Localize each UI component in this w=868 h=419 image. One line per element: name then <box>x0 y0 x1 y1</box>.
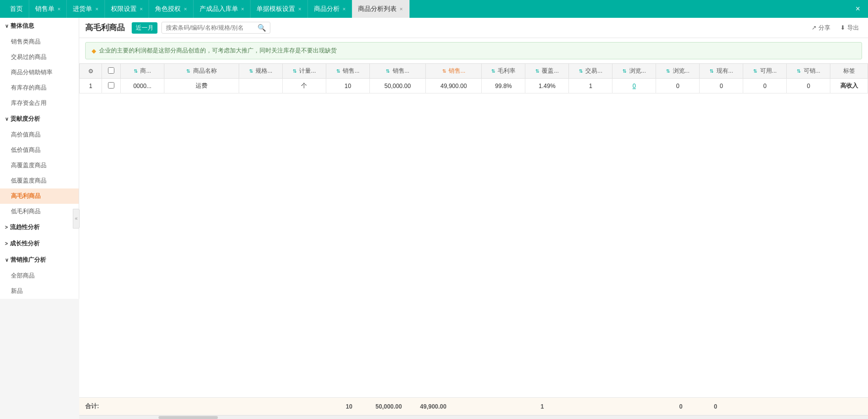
sidebar-wrapper: ∨ 整体信息 销售类商品 交易过的商品 商品分销助销率 有库存的商品 库存资金占… <box>0 18 79 419</box>
nav-roles[interactable]: 角色授权 × <box>149 0 193 18</box>
col-stock-current[interactable]: ⇅ 现有... <box>700 64 743 79</box>
sidebar-item-sales-goods[interactable]: 销售类商品 <box>0 34 79 49</box>
arrow-contribution: ∨ <box>5 116 8 122</box>
col-name[interactable]: ⇅ 商品名称 <box>164 64 239 79</box>
cell-view1[interactable]: 0 <box>613 79 656 93</box>
cell-tag: 高收入 <box>830 79 868 93</box>
sidebar-item-new-goods[interactable]: 新品 <box>0 283 79 299</box>
search-box: 🔍 <box>161 22 270 34</box>
sidebar-section-overall[interactable]: ∨ 整体信息 <box>0 18 79 34</box>
sort-icon-unit: ⇅ <box>293 68 297 74</box>
nav-purchase-order[interactable]: 进货单 × <box>67 0 104 18</box>
tip-text: 企业的主要的利润都是这部分商品创造的，可考虑加大推广，同时关注库存是不要出现缺货 <box>99 47 337 55</box>
nav-template-settings[interactable]: 单据模板设置 × <box>251 0 307 18</box>
sidebar-item-high-value[interactable]: 高价值商品 <box>0 127 79 142</box>
share-button[interactable]: ↗ 分享 <box>809 22 833 34</box>
sidebar-item-all-goods[interactable]: 全部商品 <box>0 268 79 283</box>
cell-sales-qty: 10 <box>326 79 369 93</box>
select-all-checkbox[interactable] <box>108 67 114 74</box>
time-filter-button[interactable]: 近一月 <box>132 22 157 34</box>
sidebar-section-trend[interactable]: > 流趋性分析 <box>0 219 79 235</box>
col-sales-amount[interactable]: ⇅ 销售... <box>369 64 425 79</box>
cell-checkbox[interactable] <box>102 79 121 93</box>
sidebar-item-low-coverage[interactable]: 低覆盖度商品 <box>0 173 79 188</box>
footer-transaction: 1 <box>525 403 560 410</box>
col-code[interactable]: ⇅ 商... <box>120 64 164 79</box>
close-purchase-order[interactable]: × <box>95 6 98 12</box>
nav-sales-order[interactable]: 销售单 × <box>29 0 67 18</box>
cell-name: 运费 <box>164 79 239 93</box>
sidebar-item-stock-capital[interactable]: 库存资金占用 <box>0 95 79 111</box>
col-view2[interactable]: ⇅ 浏览... <box>656 64 700 79</box>
export-button[interactable]: ⬇ 导出 <box>837 22 862 34</box>
content-header: 高毛利商品 近一月 🔍 ↗ 分享 ⬇ 导出 <box>79 18 868 38</box>
page-title: 高毛利商品 <box>85 23 125 33</box>
footer-sales-qty: 10 <box>332 403 366 410</box>
close-finished-goods[interactable]: × <box>241 6 244 12</box>
cell-spec <box>239 79 282 93</box>
horizontal-scrollbar[interactable] <box>79 415 868 419</box>
cell-stock-saleable: 0 <box>787 79 830 93</box>
sidebar-item-high-coverage[interactable]: 高覆盖度商品 <box>0 158 79 173</box>
sidebar-item-distribution-rate[interactable]: 商品分销助销率 <box>0 65 79 80</box>
nav-goods-analysis-list[interactable]: 商品分析列表 × <box>352 0 409 18</box>
content-area: 高毛利商品 近一月 🔍 ↗ 分享 ⬇ 导出 ◆ 企业的主要的利润都是这部分商品创… <box>79 18 868 419</box>
search-input[interactable] <box>166 24 257 31</box>
nav-permissions[interactable]: 权限设置 × <box>105 0 149 18</box>
search-icon[interactable]: 🔍 <box>257 24 266 32</box>
sidebar-item-low-value[interactable]: 低价值商品 <box>0 142 79 158</box>
close-all-tabs[interactable]: × <box>852 4 864 13</box>
col-stock-available[interactable]: ⇅ 可用... <box>743 64 787 79</box>
col-view1[interactable]: ⇅ 浏览... <box>613 64 656 79</box>
nav-finished-goods[interactable]: 产成品入库单 × <box>194 0 251 18</box>
col-sales-qty[interactable]: ⇅ 销售... <box>326 64 369 79</box>
close-goods-analysis[interactable]: × <box>343 6 346 12</box>
col-sales-profit[interactable]: ⇅ 销售... <box>426 64 482 79</box>
close-permissions[interactable]: × <box>140 6 143 12</box>
col-settings[interactable]: ⚙ <box>80 64 102 79</box>
cell-view2: 0 <box>656 79 700 93</box>
sidebar-section-growth[interactable]: > 成长性分析 <box>0 235 79 252</box>
close-sales-order[interactable]: × <box>57 6 60 12</box>
scroll-thumb[interactable] <box>158 416 218 419</box>
col-gross-margin[interactable]: ⇅ 毛利率 <box>482 64 525 79</box>
sidebar-item-high-margin[interactable]: 高毛利商品 <box>0 188 79 204</box>
col-spec[interactable]: ⇅ 规格... <box>239 64 282 79</box>
sort-icon-sales-amount: ⇅ <box>386 68 390 74</box>
col-tag: 标签 <box>830 64 868 79</box>
sidebar-section-marketing[interactable]: ∨ 营销推广分析 <box>0 252 79 268</box>
col-coverage[interactable]: ⇅ 覆盖... <box>525 64 569 79</box>
sidebar-item-in-stock[interactable]: 有库存的商品 <box>0 80 79 95</box>
table-body: 1 0000... 运费 个 10 50,000.00 49,900.00 99… <box>80 79 868 93</box>
data-table: ⚙ ⇅ 商... ⇅ 商品名称 <box>79 63 868 93</box>
close-goods-analysis-list[interactable]: × <box>400 6 403 12</box>
cell-unit: 个 <box>282 79 326 93</box>
col-unit[interactable]: ⇅ 计量... <box>282 64 326 79</box>
tip-icon: ◆ <box>92 47 96 54</box>
sort-icon-gross-margin: ⇅ <box>491 68 495 74</box>
close-template-settings[interactable]: × <box>298 6 301 12</box>
footer-bar: 合计: 10 50,000.00 49,900.00 1 0 0 <box>79 397 868 415</box>
arrow-overall: ∨ <box>5 23 8 29</box>
nav-goods-analysis[interactable]: 商品分析 × <box>308 0 352 18</box>
sidebar-collapse-button[interactable]: « <box>73 209 80 229</box>
tip-bar: ◆ 企业的主要的利润都是这部分商品创造的，可考虑加大推广，同时关注库存是不要出现… <box>85 42 862 59</box>
sidebar-item-low-margin[interactable]: 低毛利商品 <box>0 204 79 219</box>
cell-stock-available: 0 <box>743 79 787 93</box>
row-checkbox[interactable] <box>108 82 114 89</box>
sort-icon-view2: ⇅ <box>666 68 670 74</box>
close-roles[interactable]: × <box>184 6 187 12</box>
nav-home[interactable]: 首页 <box>4 0 29 18</box>
cell-gross-margin: 99.8% <box>482 79 525 93</box>
footer-sales-amount: 50,000.00 <box>366 403 411 410</box>
sort-icon-stock-saleable: ⇅ <box>797 68 801 74</box>
col-transaction[interactable]: ⇅ 交易... <box>569 64 613 79</box>
sort-icon-transaction: ⇅ <box>579 68 583 74</box>
share-icon: ↗ <box>812 24 817 31</box>
arrow-marketing: ∨ <box>5 257 8 263</box>
col-checkbox[interactable] <box>102 64 121 79</box>
cell-code: 0000... <box>120 79 164 93</box>
col-stock-saleable[interactable]: ⇅ 可销... <box>787 64 830 79</box>
sidebar-item-traded-goods[interactable]: 交易过的商品 <box>0 49 79 65</box>
sidebar-section-contribution[interactable]: ∨ 贡献度分析 <box>0 111 79 127</box>
